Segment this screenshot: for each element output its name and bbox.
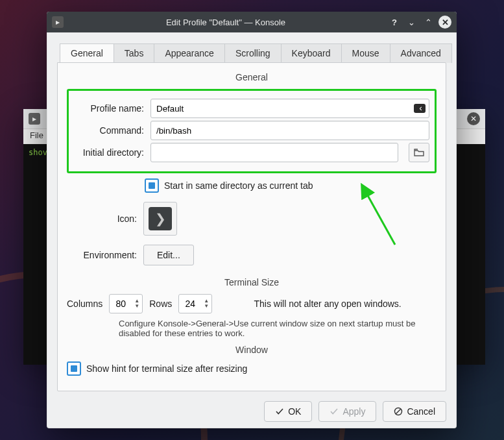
tab-general[interactable]: General bbox=[60, 43, 114, 63]
icon-label: Icon: bbox=[67, 214, 137, 224]
tab-scrolling[interactable]: Scrolling bbox=[224, 43, 282, 63]
profile-name-label: Profile name: bbox=[74, 103, 144, 114]
svg-line-2 bbox=[396, 409, 401, 414]
chevron-down-icon[interactable]: ▼ bbox=[132, 304, 142, 309]
initial-dir-label: Initial directory: bbox=[74, 147, 144, 158]
command-input[interactable] bbox=[150, 121, 429, 140]
tab-advanced[interactable]: Advanced bbox=[390, 43, 452, 63]
columns-label: Columns bbox=[67, 299, 102, 309]
show-hint-checkbox[interactable] bbox=[67, 361, 81, 376]
profile-name-input[interactable] bbox=[150, 99, 429, 118]
terminal-app-icon: ▸ bbox=[29, 113, 40, 125]
section-terminal-size: Terminal Size bbox=[67, 277, 437, 287]
cancel-button[interactable]: Cancel bbox=[383, 401, 446, 422]
maximize-button[interactable]: ⌃ bbox=[422, 18, 435, 27]
section-window: Window bbox=[67, 345, 437, 355]
help-button[interactable]: ? bbox=[388, 18, 401, 27]
clear-icon[interactable]: ✕ bbox=[414, 104, 426, 113]
tab-appearance[interactable]: Appearance bbox=[154, 43, 225, 63]
minimize-button[interactable]: ⌄ bbox=[405, 18, 418, 27]
command-label: Command: bbox=[74, 125, 144, 136]
rows-label: Rows bbox=[149, 299, 172, 309]
dialog-title: Edit Profile "Default" — Konsole bbox=[67, 18, 384, 27]
folder-open-icon bbox=[414, 148, 424, 157]
edit-profile-dialog: ▸ Edit Profile "Default" — Konsole ? ⌄ ⌃… bbox=[47, 12, 457, 428]
close-button[interactable]: ✕ bbox=[438, 16, 451, 29]
browse-folder-button[interactable] bbox=[409, 143, 429, 162]
start-same-dir-label: Start in same directory as current tab bbox=[164, 180, 313, 191]
terminal-note-2: Configure Konsole->General->Use current … bbox=[119, 319, 437, 338]
environment-label: Environment: bbox=[67, 250, 137, 260]
tab-mouse[interactable]: Mouse bbox=[341, 43, 390, 63]
check-icon bbox=[275, 407, 284, 416]
tab-keyboard[interactable]: Keyboard bbox=[281, 43, 342, 63]
terminal-app-icon: ▸ bbox=[52, 16, 64, 28]
bg-close-button[interactable]: ✕ bbox=[467, 112, 480, 125]
dialog-button-bar: OK Apply Cancel bbox=[47, 394, 457, 428]
cancel-icon bbox=[394, 407, 403, 416]
bg-menu-file[interactable]: File bbox=[30, 130, 43, 145]
tabbar: General Tabs Appearance Scrolling Keyboa… bbox=[60, 43, 446, 62]
section-general: General bbox=[67, 72, 437, 82]
initial-dir-input[interactable] bbox=[150, 143, 398, 162]
columns-input[interactable] bbox=[110, 294, 132, 313]
check-icon bbox=[330, 407, 339, 416]
highlighted-settings-box: Profile name: ✕ Command: Initial directo… bbox=[67, 89, 437, 173]
bg-terminal-prompt: shov bbox=[29, 148, 47, 157]
rows-input[interactable] bbox=[179, 294, 201, 313]
show-hint-label: Show hint for terminal size after resizi… bbox=[86, 363, 247, 374]
choose-icon-button[interactable]: ❯ bbox=[143, 202, 177, 236]
edit-environment-button[interactable]: Edit... bbox=[143, 245, 194, 265]
columns-spinbox[interactable]: ▲▼ bbox=[109, 294, 143, 313]
chevron-down-icon[interactable]: ▼ bbox=[201, 304, 211, 309]
start-same-dir-checkbox[interactable] bbox=[145, 178, 159, 193]
ok-button[interactable]: OK bbox=[264, 401, 312, 422]
terminal-icon-preview: ❯ bbox=[149, 207, 172, 230]
tab-tabs[interactable]: Tabs bbox=[114, 43, 155, 63]
terminal-note-1: This will not alter any open windows. bbox=[219, 299, 437, 309]
rows-spinbox[interactable]: ▲▼ bbox=[178, 294, 212, 313]
tab-panel-general: General Profile name: ✕ Command: Initial… bbox=[57, 62, 446, 391]
apply-button[interactable]: Apply bbox=[318, 401, 376, 422]
dialog-titlebar[interactable]: ▸ Edit Profile "Default" — Konsole ? ⌄ ⌃… bbox=[47, 12, 457, 32]
